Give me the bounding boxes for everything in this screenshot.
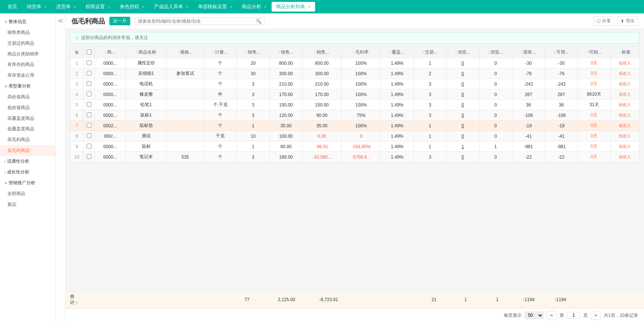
col-tag-header[interactable]: ⁞标签	[611, 47, 639, 58]
row-checkbox-cell[interactable]	[84, 152, 95, 162]
sidebar-item-capital[interactable]: 库存资金占用	[0, 70, 55, 81]
prev-page-button[interactable]: ＜	[547, 311, 557, 320]
close-icon[interactable]: ×	[264, 4, 266, 9]
export-button[interactable]: ⬆ 导出	[617, 16, 638, 26]
col-browse2-header[interactable]: ⁞浏览...	[479, 47, 512, 58]
nav-template-settings[interactable]: 单据模板设置 ×	[193, 2, 237, 12]
row-checkbox-cell[interactable]	[84, 89, 95, 100]
row-checkbox-cell[interactable]	[84, 131, 95, 141]
row-browse1[interactable]: 0	[446, 100, 479, 110]
row-browse1[interactable]: 1	[446, 141, 479, 152]
page-input[interactable]	[567, 312, 580, 319]
per-page-select[interactable]: 50 100 200	[525, 312, 544, 319]
col-sales-price-header[interactable]: ⁞销售...	[270, 47, 302, 58]
row-browse1[interactable]: 0	[446, 152, 479, 162]
row-checkbox[interactable]	[87, 144, 92, 149]
col-current-stock-header[interactable]: ⁞现有...	[512, 47, 545, 58]
row-checkbox-cell[interactable]	[84, 68, 95, 79]
nav-home[interactable]: 首页	[3, 2, 22, 12]
nav-product-entry[interactable]: 产成品入库单 ×	[150, 2, 193, 12]
search-icon[interactable]: 🔍	[256, 19, 262, 24]
row-name[interactable]: 鼠标	[126, 141, 167, 152]
row-checkbox-cell[interactable]	[84, 110, 95, 121]
row-checkbox[interactable]	[87, 60, 92, 65]
row-browse1[interactable]: 0	[446, 131, 479, 141]
sidebar-group-growth[interactable]: › 成长性分析	[0, 167, 55, 178]
row-name[interactable]: 铅笔1	[126, 100, 167, 110]
sidebar-item-in-stock[interactable]: 有库存的商品	[0, 59, 55, 70]
row-checkbox-cell[interactable]	[84, 58, 95, 68]
row-checkbox-cell[interactable]	[84, 121, 95, 131]
nav-permission-settings[interactable]: 权限设置 ×	[81, 2, 115, 12]
sidebar-item-low-margin[interactable]: 低毛利商品	[0, 145, 55, 156]
col-sales-qty-header[interactable]: ⁞销售...	[237, 47, 269, 58]
sidebar-item-low-coverage[interactable]: 低覆盖度商品	[0, 124, 55, 134]
row-checkbox[interactable]	[87, 92, 92, 96]
row-browse1[interactable]: 0	[446, 89, 479, 100]
sidebar-item-all-products[interactable]: 全部商品	[0, 188, 55, 199]
sidebar-group-type-analysis[interactable]: ∨ 类型量分析	[0, 81, 55, 92]
col-name-header[interactable]: ⁞商品名称	[126, 47, 167, 58]
close-icon[interactable]: ×	[230, 4, 232, 9]
nav-product-analysis-list[interactable]: 商品分析列表 ×	[272, 2, 315, 12]
row-checkbox[interactable]	[87, 81, 92, 86]
row-browse1[interactable]: 0	[446, 110, 479, 121]
row-name[interactable]: 吴细细1	[126, 68, 167, 79]
close-icon[interactable]: ×	[108, 4, 110, 9]
settings-icon[interactable]: ⚙	[75, 50, 79, 55]
row-name[interactable]: 橡皮擦	[126, 89, 167, 100]
next-page-button[interactable]: ＞	[591, 311, 601, 320]
close-icon[interactable]: ×	[186, 4, 188, 9]
col-trade-header[interactable]: ⁞交易...	[414, 47, 446, 58]
col-unit-header[interactable]: ⁞计量...	[204, 47, 237, 58]
close-icon[interactable]: ×	[142, 4, 144, 9]
nav-product-analysis[interactable]: 商品分析 ×	[237, 2, 271, 12]
row-name[interactable]: 笔记本	[126, 152, 167, 162]
row-checkbox[interactable]	[87, 123, 92, 128]
row-checkbox[interactable]	[87, 133, 92, 138]
date-filter-button[interactable]: 近一月	[109, 17, 130, 25]
col-gross-rate-header[interactable]: ⁞毛利率	[342, 47, 381, 58]
sidebar-item-high-value[interactable]: 高价值商品	[0, 92, 55, 102]
sidebar-group-flow[interactable]: › 流通性分析	[0, 156, 55, 167]
row-checkbox[interactable]	[87, 102, 92, 107]
sidebar-item-high-margin[interactable]: 高毛利商品	[0, 134, 55, 145]
close-icon[interactable]: ×	[308, 4, 310, 9]
col-coverage-header[interactable]: ⁞覆盖...	[381, 47, 413, 58]
row-browse1[interactable]: 0	[446, 68, 479, 79]
row-checkbox-cell[interactable]	[84, 100, 95, 110]
sidebar-collapse-button[interactable]: ≪	[56, 13, 65, 28]
col-saleable-header[interactable]: ⁞可销...	[578, 47, 611, 58]
sidebar-group-marketing[interactable]: ∨ 营销推广分析	[0, 178, 55, 188]
search-input[interactable]	[138, 19, 256, 24]
close-icon[interactable]: ×	[74, 4, 76, 9]
row-browse1[interactable]: 0	[446, 121, 479, 131]
close-icon[interactable]: ×	[44, 4, 47, 9]
row-checkbox-cell[interactable]	[84, 141, 95, 152]
sidebar-group-overall[interactable]: ∨ 整体信息	[0, 16, 55, 27]
sidebar-item-sales-goods[interactable]: 销售类商品	[0, 27, 55, 38]
row-name[interactable]: 鼠标1	[126, 110, 167, 121]
row-checkbox-cell[interactable]	[84, 79, 95, 89]
row-checkbox[interactable]	[87, 112, 92, 117]
nav-sales-order[interactable]: 销货单 ×	[22, 2, 51, 12]
sidebar-item-category-rate[interactable]: 商品分类助销率	[0, 49, 55, 60]
row-name[interactable]: 属性定价	[126, 58, 167, 68]
sidebar-item-high-coverage[interactable]: 高覆盖度商品	[0, 113, 55, 124]
row-browse1[interactable]: 0	[446, 79, 479, 89]
sidebar-item-traded-goods[interactable]: 交易过的商品	[0, 38, 55, 49]
row-name[interactable]: 鼠标垫	[126, 121, 167, 131]
col-sales-profit-header[interactable]: ⁞销售...	[302, 47, 342, 58]
row-checkbox[interactable]	[87, 71, 92, 76]
col-available-header[interactable]: ⁞可用...	[545, 47, 578, 58]
row-name[interactable]: 测试	[126, 131, 167, 141]
sidebar-item-new-products[interactable]: 新品	[0, 199, 55, 210]
row-browse1[interactable]: 0	[446, 58, 479, 68]
col-spec-header[interactable]: ⁞规格...	[166, 47, 204, 58]
row-name[interactable]: 电话机	[126, 79, 167, 89]
share-button[interactable]: ⬡ 分享	[593, 16, 614, 26]
col-settings[interactable]: ⚙	[70, 47, 84, 58]
sidebar-item-low-value[interactable]: 低价值商品	[0, 102, 55, 113]
nav-role-auth[interactable]: 角色授权 ×	[115, 2, 149, 12]
col-browse1-header[interactable]: ⁞浏览...	[446, 47, 479, 58]
